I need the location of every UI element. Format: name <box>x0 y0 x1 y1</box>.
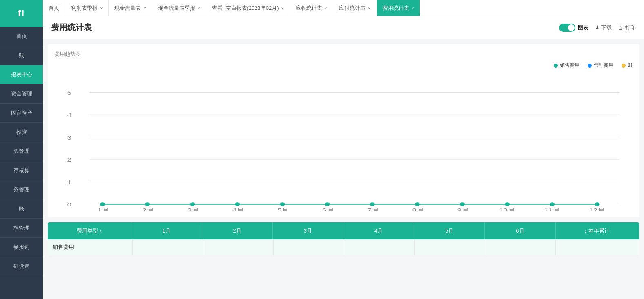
table-header: 费用类型 ‹ 1月 2月 3月 4月 5月 <box>48 222 639 239</box>
svg-point-27 <box>235 202 240 206</box>
svg-text:0: 0 <box>67 202 71 208</box>
chart-toggle[interactable] <box>559 24 575 32</box>
download-button[interactable]: ⬇ 下载 <box>595 24 612 31</box>
svg-text:10月: 10月 <box>499 207 515 211</box>
tab-payable-stats[interactable]: 应付统计表 × <box>333 0 377 16</box>
cell-may <box>415 239 486 255</box>
cell-feb <box>203 239 274 255</box>
sidebar-item-fixed-assets[interactable]: 固定资产 <box>0 104 43 123</box>
tab-home[interactable]: 首页 <box>43 0 65 16</box>
tab-receivable-stats[interactable]: 应收统计表 × <box>290 0 333 16</box>
chart-section: 费用趋势图 销售费用 管理费用 财 0 1 <box>48 44 639 217</box>
cell-ytd <box>556 239 639 255</box>
chart-title: 费用趋势图 <box>54 51 633 58</box>
svg-point-35 <box>595 202 600 206</box>
legend-sales-expense: 销售费用 <box>554 62 579 69</box>
close-tab-cash-flow-quarterly[interactable]: × <box>198 6 200 11</box>
close-tab-check-blank[interactable]: × <box>281 6 284 11</box>
close-tab-cash-flow[interactable]: × <box>143 6 146 11</box>
svg-point-33 <box>505 202 510 206</box>
col-prev-arrow[interactable]: ‹ <box>100 228 102 234</box>
cell-expense-type: 销售费用 <box>48 239 133 255</box>
sidebar-item-receivable[interactable]: 账 <box>0 199 43 219</box>
legend-label-sales: 销售费用 <box>560 62 579 69</box>
legend-dot-finance <box>622 64 626 68</box>
download-icon: ⬇ <box>595 24 599 31</box>
close-tab-profit-quarterly[interactable]: × <box>100 6 103 11</box>
print-icon: 🖨 <box>618 24 624 31</box>
svg-text:9月: 9月 <box>457 207 469 211</box>
tab-cash-flow[interactable]: 现金流量表 × <box>109 0 152 16</box>
svg-text:2: 2 <box>67 157 71 163</box>
legend-finance-expense: 财 <box>622 62 633 69</box>
sidebar-item-investment[interactable]: 投资 <box>0 123 43 142</box>
table-row: 销售费用 <box>48 239 639 255</box>
sidebar-item-basic-settings[interactable]: 础设置 <box>0 257 43 276</box>
tab-bar: 首页 利润表季报 × 现金流量表 × 现金流量表季报 × 查看_空白报表(202… <box>43 0 644 16</box>
sidebar-item-ledger[interactable]: 账 <box>0 46 43 65</box>
cell-mar <box>274 239 344 255</box>
close-tab-payable-stats[interactable]: × <box>368 6 370 11</box>
col-feb: 2月 <box>202 222 273 239</box>
svg-text:5: 5 <box>67 90 71 96</box>
tab-profit-quarterly[interactable]: 利润表季报 × <box>65 0 109 16</box>
svg-text:12月: 12月 <box>589 207 605 211</box>
cell-jan <box>133 239 203 255</box>
chart-container: 0 1 2 3 4 5 1月 2月 3月 4 <box>54 72 633 211</box>
svg-point-25 <box>145 202 150 206</box>
tab-cash-flow-quarterly[interactable]: 现金流量表季报 × <box>152 0 206 16</box>
legend-dot-sales <box>554 64 558 68</box>
svg-text:5月: 5月 <box>277 207 289 211</box>
col-jun: 6月 <box>485 222 555 239</box>
tab-expense-stats[interactable]: 费用统计表 × <box>377 0 420 16</box>
legend-admin-expense: 管理费用 <box>588 62 613 69</box>
sidebar-item-home[interactable]: 首页 <box>0 27 43 46</box>
svg-point-34 <box>550 202 555 206</box>
close-tab-expense-stats[interactable]: × <box>412 6 414 11</box>
svg-text:11月: 11月 <box>544 207 560 211</box>
svg-point-32 <box>460 202 465 206</box>
chart-legend: 销售费用 管理费用 财 <box>54 62 633 69</box>
svg-text:3月: 3月 <box>187 207 199 211</box>
chart-toggle-wrap: 图表 <box>559 24 588 32</box>
col-jan: 1月 <box>131 222 202 239</box>
svg-text:1月: 1月 <box>97 207 109 211</box>
sidebar-item-promo[interactable]: 畅报销 <box>0 238 43 257</box>
line-chart-svg: 0 1 2 3 4 5 1月 2月 3月 4 <box>54 72 633 211</box>
svg-point-29 <box>325 202 330 206</box>
cell-apr <box>344 239 415 255</box>
svg-text:2月: 2月 <box>143 207 154 211</box>
legend-dot-admin <box>588 64 592 68</box>
sidebar-item-inventory[interactable]: 存核算 <box>0 161 43 180</box>
svg-point-31 <box>415 202 420 206</box>
svg-point-26 <box>190 202 195 206</box>
header-actions: 图表 ⬇ 下载 🖨 打印 <box>559 24 636 32</box>
sidebar-item-service-mgmt[interactable]: 务管理 <box>0 180 43 199</box>
svg-text:6月: 6月 <box>322 207 334 211</box>
sidebar: fi 首页 账 报表中心 资金管理 固定资产 投资 票管理 存核算 务管理 账 … <box>0 0 43 299</box>
close-tab-receivable-stats[interactable]: × <box>325 6 327 11</box>
col-expense-type: 费用类型 ‹ <box>48 222 131 239</box>
col-may: 5月 <box>414 222 485 239</box>
legend-label-admin: 管理费用 <box>594 62 613 69</box>
sidebar-item-report-center[interactable]: 报表中心 <box>0 65 43 84</box>
svg-text:1: 1 <box>67 179 71 185</box>
col-ytd: › 本年累计 <box>556 222 639 239</box>
main-area: 首页 利润表季报 × 现金流量表 × 现金流量表季报 × 查看_空白报表(202… <box>43 0 644 299</box>
page-header: 费用统计表 图表 ⬇ 下载 🖨 打印 <box>43 16 644 39</box>
print-button[interactable]: 🖨 打印 <box>618 24 636 31</box>
sidebar-item-archive-mgmt[interactable]: 档管理 <box>0 219 43 238</box>
svg-text:4: 4 <box>67 112 71 118</box>
svg-text:4月: 4月 <box>232 207 244 211</box>
tab-check-blank[interactable]: 查看_空白报表(2023年02月) × <box>206 0 290 16</box>
col-mar: 3月 <box>273 222 343 239</box>
svg-text:7月: 7月 <box>367 207 379 211</box>
page-title: 费用统计表 <box>51 22 92 33</box>
sidebar-logo: fi <box>0 0 43 27</box>
legend-label-finance: 财 <box>628 62 633 69</box>
chart-toggle-label: 图表 <box>578 24 588 31</box>
col-next-arrow[interactable]: › <box>585 228 587 234</box>
sidebar-item-invoice-mgmt[interactable]: 票管理 <box>0 142 43 161</box>
sidebar-item-fund-mgmt[interactable]: 资金管理 <box>0 84 43 104</box>
content-area: 费用统计表 图表 ⬇ 下载 🖨 打印 费用趋势图 <box>43 16 644 299</box>
